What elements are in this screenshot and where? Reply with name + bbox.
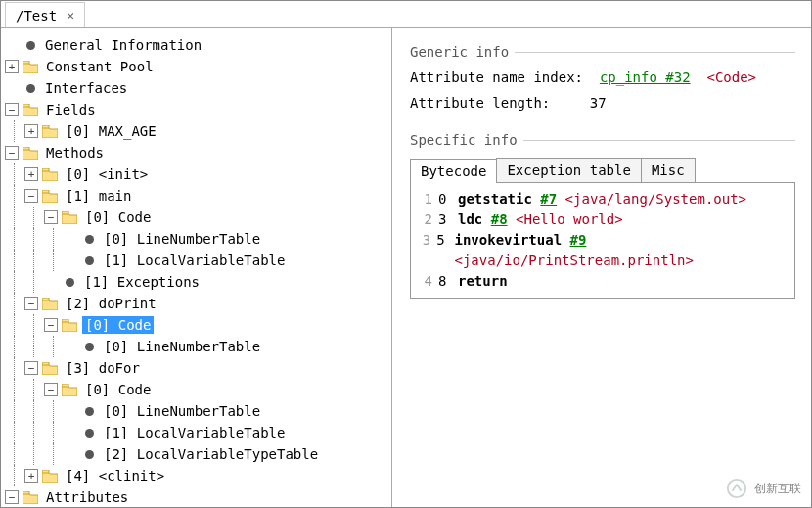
bytecode-listing: 10getstatic #7 <java/lang/System.out>23l… — [410, 183, 795, 299]
tree-method-0[interactable]: +[0] <init> — [5, 163, 387, 185]
tree-method-4[interactable]: +[4] <clinit> — [5, 465, 387, 486]
tree-m3-lvt[interactable]: [1] LocalVariableTable — [5, 422, 387, 443]
folder-icon — [62, 211, 77, 224]
tree-constant-pool[interactable]: +Constant Pool — [5, 56, 387, 77]
attr-length-value: 37 — [590, 95, 607, 111]
tree-item-label: Methods — [43, 144, 107, 162]
expand-icon[interactable]: + — [24, 167, 38, 181]
svg-rect-5 — [42, 190, 49, 193]
tab-title: /Test — [16, 8, 57, 23]
tab-bytecode[interactable]: Bytecode — [410, 159, 497, 183]
tree-item-label: [1] LocalVariableTable — [101, 424, 288, 441]
bullet-icon — [26, 41, 35, 50]
cpinfo-ref-link[interactable]: #8 — [491, 211, 508, 227]
tree-item-label: [4] <clinit> — [63, 467, 167, 485]
folder-icon — [42, 168, 58, 181]
collapse-icon[interactable]: − — [5, 103, 19, 116]
tree-item-label: [0] Code — [82, 381, 154, 398]
attr-length-row: Attribute length: 37 — [410, 95, 795, 111]
tree-item-label: [2] LocalVariableTypeTable — [101, 445, 321, 463]
bullet-icon — [85, 235, 94, 244]
bytecode-desc: <java/lang/System.out> — [565, 191, 746, 207]
bullet-icon — [66, 278, 74, 287]
bytecode-lineno: 4 — [419, 271, 432, 292]
tree-fields[interactable]: −Fields — [5, 99, 387, 120]
folder-icon — [23, 147, 38, 160]
close-icon[interactable]: ✕ — [65, 10, 76, 22]
tree-method-2[interactable]: −[2] doPrint — [5, 293, 387, 314]
expand-icon[interactable]: + — [24, 469, 38, 483]
svg-rect-0 — [23, 61, 29, 64]
tree-m1-exceptions[interactable]: [1] Exceptions — [5, 271, 387, 293]
bullet-icon — [85, 256, 94, 265]
folder-icon — [23, 491, 38, 504]
tab-misc[interactable]: Misc — [641, 158, 696, 182]
folder-icon — [42, 362, 58, 375]
cpinfo-ref-link[interactable]: #9 — [570, 232, 587, 248]
attr-name-index-label: Attribute name index: — [410, 69, 583, 85]
svg-rect-2 — [42, 125, 49, 128]
svg-point-14 — [728, 480, 745, 497]
tree-pane: General Information+Constant PoolInterfa… — [1, 28, 392, 507]
folder-icon — [42, 190, 58, 203]
svg-rect-6 — [62, 211, 68, 214]
collapse-icon[interactable]: − — [44, 210, 58, 224]
bytecode-row: 35invokevirtual #9 <java/io/PrintStream.… — [419, 230, 787, 271]
tree-m2-lnt[interactable]: [0] LineNumberTable — [5, 336, 387, 357]
svg-rect-4 — [42, 168, 49, 171]
tree-methods[interactable]: −Methods — [5, 142, 387, 163]
tree-m1-lnt[interactable]: [0] LineNumberTable — [5, 228, 387, 250]
cpinfo-ref-link[interactable]: #7 — [540, 191, 557, 207]
expand-icon[interactable]: + — [5, 60, 19, 73]
bullet-icon — [85, 343, 94, 351]
collapse-icon[interactable]: − — [44, 318, 58, 332]
tree-item-label: Interfaces — [42, 79, 130, 97]
attr-type: <Code> — [706, 69, 756, 85]
tree-item-label: General Information — [42, 36, 204, 54]
expand-icon[interactable]: + — [24, 124, 38, 138]
tree-m3-lvtt[interactable]: [2] LocalVariableTypeTable — [5, 443, 387, 465]
bytecode-lineno: 3 — [419, 230, 430, 271]
file-tab[interactable]: /Test ✕ — [5, 2, 85, 27]
tree-item-label: [0] LineNumberTable — [101, 402, 263, 420]
tree-method-2-code[interactable]: −[0] Code — [5, 314, 387, 336]
collapse-icon[interactable]: − — [24, 297, 38, 310]
collapse-icon[interactable]: − — [24, 361, 38, 375]
collapse-icon[interactable]: − — [5, 490, 19, 504]
tree-field-0[interactable]: +[0] MAX_AGE — [5, 120, 387, 142]
collapse-icon[interactable]: − — [24, 189, 38, 203]
tree-m3-lnt[interactable]: [0] LineNumberTable — [5, 400, 387, 422]
tree-m1-lvt[interactable]: [1] LocalVariableTable — [5, 250, 387, 271]
collapse-icon[interactable]: − — [44, 383, 58, 396]
folder-icon — [42, 470, 58, 483]
svg-rect-7 — [42, 298, 49, 300]
collapse-icon[interactable]: − — [5, 146, 19, 160]
tab-exception-table[interactable]: Exception table — [496, 158, 641, 182]
tree-item-label: Attributes — [43, 488, 131, 506]
attr-name-index-row: Attribute name index: cp_info #32 <Code> — [410, 69, 795, 85]
bullet-icon — [85, 429, 94, 438]
generic-info-header: Generic info — [410, 44, 795, 60]
bytecode-row: 48return — [419, 271, 787, 292]
bytecode-offset: 8 — [438, 271, 452, 292]
tree-interfaces[interactable]: Interfaces — [5, 77, 387, 99]
tree-method-1[interactable]: −[1] main — [5, 185, 387, 207]
tree-item-label: Fields — [43, 101, 99, 118]
cpinfo-link[interactable]: cp_info #32 — [600, 69, 691, 85]
tree-method-3[interactable]: −[3] doFor — [5, 357, 387, 379]
tree-item-label: [0] Code — [82, 208, 154, 226]
svg-rect-1 — [23, 104, 29, 107]
tree-method-1-code[interactable]: −[0] Code — [5, 207, 387, 228]
tree-attributes[interactable]: −Attributes — [5, 486, 387, 507]
tree-general-info[interactable]: General Information — [5, 34, 387, 56]
folder-icon — [23, 61, 38, 73]
tree-item-label: [0] Code — [82, 316, 154, 334]
folder-icon — [62, 319, 77, 332]
detail-pane: Generic info Attribute name index: cp_in… — [392, 28, 811, 507]
tree-item-label: [0] LineNumberTable — [101, 230, 263, 248]
folder-icon — [42, 298, 58, 310]
bullet-icon — [85, 407, 94, 416]
tree-method-3-code[interactable]: −[0] Code — [5, 379, 387, 400]
folder-icon — [42, 125, 58, 138]
attr-length-label: Attribute length: — [410, 95, 550, 111]
